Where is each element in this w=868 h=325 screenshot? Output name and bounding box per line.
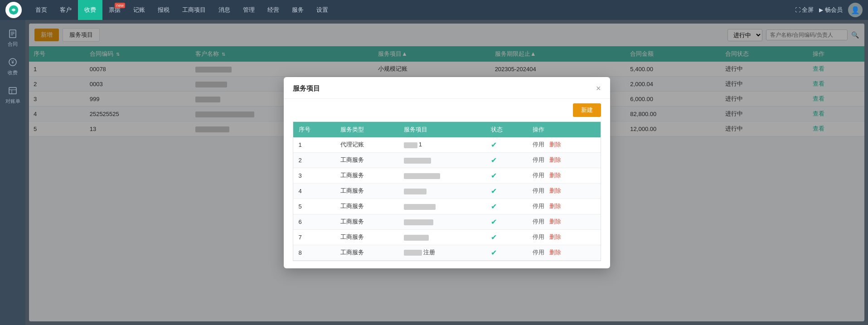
modal-cell-action: 停用 删除 (527, 199, 601, 214)
modal-title: 服务项目 (293, 84, 320, 93)
sidebar-item-contract[interactable]: 合同 (0, 24, 25, 52)
top-navigation: 首页 客户 收费 票据 new 记账 报税 工商项目 消息 管理 经营 服务 设… (0, 0, 868, 20)
fullscreen-button[interactable]: ⛶ 全屏 (795, 6, 814, 14)
sidebar-statement-label: 对账单 (5, 98, 20, 105)
modal-cell-seq: 2 (293, 152, 335, 168)
modal-cell-type: 工商服务 (335, 214, 398, 229)
modal-new-button[interactable]: 新建 (573, 103, 601, 117)
modal-cell-status: ✔ (485, 214, 527, 229)
modal-header: 服务项目 × (284, 77, 610, 99)
contract-icon (7, 28, 18, 39)
modal-cell-type: 工商服务 (335, 199, 398, 214)
modal-cell-status: ✔ (485, 229, 527, 245)
modal-close-button[interactable]: × (596, 84, 601, 92)
modal-cell-status: ✔ (485, 199, 527, 214)
nav-manage[interactable]: 管理 (237, 0, 261, 20)
modal-cell-seq: 4 (293, 183, 335, 199)
svg-rect-7 (9, 87, 16, 94)
modal-table-row: 8 工商服务 注册 ✔ 停用 删除 (293, 245, 601, 260)
modal-col-item: 服务项目 (398, 122, 485, 137)
modal-toolbar: 新建 (284, 99, 610, 121)
nav-bookkeeping[interactable]: 记账 (127, 0, 151, 20)
delete-button[interactable]: 删除 (549, 156, 561, 164)
status-check-icon: ✔ (491, 218, 497, 226)
modal-table-row: 4 工商服务 ✔ 停用 删除 (293, 183, 601, 199)
stop-button[interactable]: 停用 (533, 233, 544, 241)
nav-home[interactable]: 首页 (29, 0, 53, 20)
fee-icon: ¥ (7, 57, 18, 68)
stop-button[interactable]: 停用 (533, 202, 544, 210)
status-check-icon: ✔ (491, 172, 497, 179)
modal-cell-seq: 6 (293, 214, 335, 229)
service-modal: 服务项目 × 新建 序号 服务类型 服务项目 (284, 77, 610, 268)
modal-cell-action: 停用 删除 (527, 152, 601, 168)
modal-overlay[interactable]: 服务项目 × 新建 序号 服务类型 服务项目 (25, 20, 868, 325)
modal-cell-type: 工商服务 (335, 183, 398, 199)
modal-cell-seq: 8 (293, 245, 335, 260)
nav-service[interactable]: 服务 (286, 0, 310, 20)
nav-settings[interactable]: 设置 (310, 0, 335, 20)
nav-invoice[interactable]: 票据 new (102, 0, 127, 20)
modal-cell-seq: 3 (293, 168, 335, 183)
modal-cell-status: ✔ (485, 168, 527, 183)
stop-button[interactable]: 停用 (533, 171, 544, 179)
modal-cell-item (398, 168, 485, 183)
nav-fee[interactable]: 收费 (78, 0, 102, 20)
delete-button[interactable]: 删除 (549, 233, 561, 241)
stop-button[interactable]: 停用 (533, 218, 544, 226)
nav-message[interactable]: 消息 (212, 0, 237, 20)
modal-cell-action: 停用 删除 (527, 229, 601, 245)
modal-table-row: 7 工商服务 ✔ 停用 删除 (293, 229, 601, 245)
stop-button[interactable]: 停用 (533, 141, 544, 149)
modal-cell-status: ✔ (485, 152, 527, 168)
logo (5, 2, 22, 18)
sidebar-fee-label: 收费 (8, 69, 18, 76)
modal-cell-item: 1 (398, 137, 485, 153)
modal-cell-type: 工商服务 (335, 168, 398, 183)
avatar[interactable]: 👤 (848, 3, 863, 17)
delete-button[interactable]: 删除 (549, 141, 561, 149)
nav-operation[interactable]: 经营 (261, 0, 286, 20)
modal-cell-item (398, 229, 485, 245)
member-button[interactable]: ▶ 畅会员 (819, 6, 843, 14)
modal-cell-item (398, 214, 485, 229)
modal-col-seq: 序号 (293, 122, 335, 137)
svg-text:¥: ¥ (11, 60, 14, 65)
modal-body: 序号 服务类型 服务项目 状态 操作 1 代理记账 1 ✔ (284, 121, 610, 268)
modal-table-wrap: 序号 服务类型 服务项目 状态 操作 1 代理记账 1 ✔ (293, 121, 601, 261)
modal-cell-status: ✔ (485, 245, 527, 260)
delete-button[interactable]: 删除 (549, 202, 561, 210)
delete-button[interactable]: 删除 (549, 218, 561, 226)
modal-cell-status: ✔ (485, 183, 527, 199)
sidebar-item-fee[interactable]: ¥ 收费 (0, 52, 25, 81)
delete-button[interactable]: 删除 (549, 248, 561, 257)
status-check-icon: ✔ (491, 249, 497, 257)
stop-button[interactable]: 停用 (533, 248, 544, 257)
modal-cell-seq: 5 (293, 199, 335, 214)
modal-col-type: 服务类型 (335, 122, 398, 137)
new-badge: new (115, 3, 125, 8)
modal-cell-action: 停用 删除 (527, 137, 601, 153)
nav-tax[interactable]: 报税 (151, 0, 176, 20)
modal-table-row: 1 代理记账 1 ✔ 停用 删除 (293, 137, 601, 153)
modal-cell-type: 代理记账 (335, 137, 398, 153)
modal-cell-action: 停用 删除 (527, 214, 601, 229)
status-check-icon: ✔ (491, 187, 497, 195)
nav-business[interactable]: 工商项目 (176, 0, 212, 20)
delete-button[interactable]: 删除 (549, 187, 561, 195)
delete-button[interactable]: 删除 (549, 171, 561, 179)
stop-button[interactable]: 停用 (533, 187, 544, 195)
modal-cell-item (398, 152, 485, 168)
nav-right-area: ⛶ 全屏 ▶ 畅会员 👤 (795, 3, 863, 17)
modal-table-row: 5 工商服务 ✔ 停用 删除 (293, 199, 601, 214)
nav-customer[interactable]: 客户 (53, 0, 78, 20)
sidebar-contract-label: 合同 (8, 41, 18, 48)
statement-icon (7, 85, 18, 96)
sidebar-item-statement[interactable]: 对账单 (0, 81, 25, 109)
stop-button[interactable]: 停用 (533, 156, 544, 164)
modal-cell-action: 停用 删除 (527, 183, 601, 199)
modal-cell-type: 工商服务 (335, 245, 398, 260)
status-check-icon: ✔ (491, 156, 497, 164)
modal-cell-item: 注册 (398, 245, 485, 260)
modal-col-status: 状态 (485, 122, 527, 137)
